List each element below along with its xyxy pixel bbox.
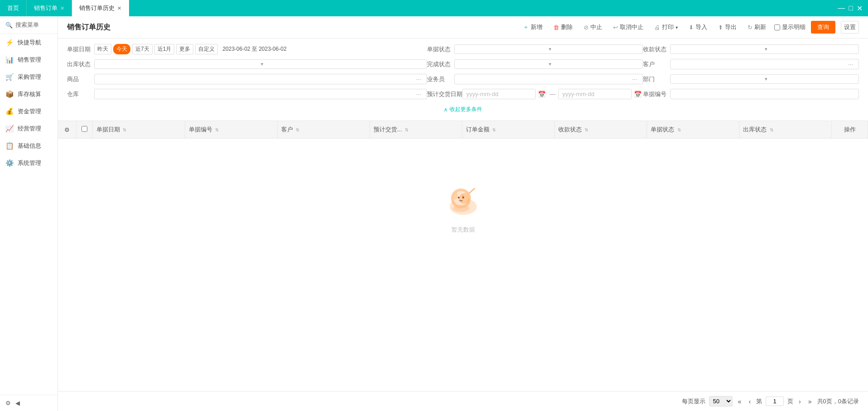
- tab-home[interactable]: 首页: [0, 0, 27, 16]
- collapse-sidebar-icon[interactable]: ◀: [15, 400, 20, 406]
- tab-sales-order[interactable]: 销售订单 ✕: [27, 0, 72, 16]
- date-btn-today[interactable]: 今天: [113, 44, 130, 54]
- pay-status-select[interactable]: ▾: [670, 44, 859, 54]
- calendar-to-icon[interactable]: 📅: [634, 91, 642, 98]
- sidebar-search[interactable]: 🔍 搜索菜单: [0, 16, 58, 34]
- page-size-select[interactable]: 10 20 50 100: [709, 396, 733, 406]
- customer-more-icon[interactable]: ···: [846, 61, 855, 68]
- filter-row-1: 单据日期 昨天 今天 近7天 近1月 更多 自定义 2023-06-02 至 2…: [67, 44, 859, 54]
- query-label: 查询: [817, 23, 829, 31]
- import-button[interactable]: ⬇ 导入: [686, 21, 710, 33]
- th-doc-status[interactable]: 单据状态 ⇅: [647, 121, 739, 139]
- order-no-input[interactable]: [670, 89, 859, 99]
- staff-more-icon[interactable]: ···: [630, 76, 639, 82]
- tab-sales-order-history[interactable]: 销售订单历史 ✕: [72, 0, 129, 16]
- th-pay-status-label: 收款状态: [558, 126, 582, 133]
- window-close-button[interactable]: ✕: [857, 4, 863, 13]
- calendar-from-icon[interactable]: 📅: [538, 91, 546, 98]
- delete-button[interactable]: 🗑 删除: [551, 21, 575, 33]
- filter-row-2: 出库状态 ▾ 完成状态 ▾ 客户: [67, 59, 859, 69]
- date-btn-yesterday[interactable]: 昨天: [94, 44, 111, 54]
- th-customer[interactable]: 客户 ⇅: [277, 121, 369, 139]
- th-amount-label: 订单金额: [466, 126, 489, 133]
- settings-button[interactable]: 设置: [841, 21, 859, 34]
- sidebar-item-inventory[interactable]: 📦 库存核算: [0, 86, 58, 103]
- doc-status-select[interactable]: ▾: [454, 44, 643, 54]
- th-check[interactable]: [76, 121, 92, 139]
- add-button[interactable]: ＋ 新增: [520, 21, 545, 33]
- collapse-label: 收起更多条件: [450, 106, 482, 113]
- customer-field[interactable]: [674, 61, 846, 68]
- sidebar-item-inventory-label: 库存核算: [18, 90, 41, 98]
- date-btn-7days[interactable]: 近7天: [132, 44, 153, 54]
- th-date[interactable]: 单据日期 ⇅: [92, 121, 185, 139]
- date-btn-more[interactable]: 更多: [176, 44, 193, 54]
- warehouse-input[interactable]: ···: [94, 89, 427, 99]
- close-icon[interactable]: ✕: [60, 5, 64, 11]
- first-page-button[interactable]: «: [736, 397, 743, 406]
- th-delivery[interactable]: 预计交货... ⇅: [369, 121, 462, 139]
- th-pay-status[interactable]: 收款状态 ⇅: [554, 121, 647, 139]
- delivery-date-to-field[interactable]: [562, 91, 628, 97]
- order-no-field[interactable]: [674, 91, 855, 97]
- th-no[interactable]: 单据编号 ⇅: [185, 121, 277, 139]
- date-btn-1month[interactable]: 近1月: [154, 44, 175, 54]
- sidebar-item-finance[interactable]: 💰 资金管理: [0, 103, 58, 120]
- date-btn-custom[interactable]: 自定义: [195, 44, 218, 54]
- delivery-date-to[interactable]: [558, 89, 632, 99]
- refresh-button[interactable]: ↻ 刷新: [745, 21, 769, 33]
- th-out-status[interactable]: 出库状态 ⇅: [739, 121, 831, 139]
- goods-input[interactable]: ···: [94, 74, 427, 84]
- select-all-checkbox[interactable]: [82, 126, 87, 132]
- next-page-button[interactable]: ›: [797, 397, 803, 406]
- th-settings[interactable]: ⚙: [58, 121, 76, 139]
- collapse-button[interactable]: ∧ 收起更多条件: [67, 104, 859, 115]
- cancel-stop-label: 取消中止: [620, 23, 643, 31]
- display-detail-checkbox[interactable]: [774, 24, 780, 30]
- doc-status-label: 单据状态: [427, 45, 454, 53]
- display-detail-checkbox-label[interactable]: 显示明细: [774, 23, 806, 31]
- sidebar-item-sys-mgmt[interactable]: ⚙️ 系统管理: [0, 155, 58, 172]
- sidebar-item-purchase-mgmt[interactable]: 🛒 采购管理: [0, 68, 58, 86]
- warehouse-more-icon[interactable]: ···: [414, 91, 423, 97]
- complete-status-arrow: ▾: [549, 61, 639, 67]
- table-settings-icon[interactable]: ⚙: [64, 126, 70, 133]
- filter-doc-status: 单据状态 ▾: [427, 44, 643, 54]
- sidebar-item-quick-nav[interactable]: ⚡ 快捷导航: [0, 34, 58, 51]
- staff-input[interactable]: ···: [454, 74, 643, 84]
- sidebar-item-sales-mgmt[interactable]: 📊 销售管理: [0, 51, 58, 68]
- settings-icon[interactable]: ⚙: [5, 400, 11, 406]
- cancel-stop-button[interactable]: ↩ 取消中止: [610, 21, 646, 33]
- delivery-date-from-field[interactable]: [466, 91, 532, 97]
- th-amount[interactable]: 订单金额 ⇅: [462, 121, 554, 139]
- print-button[interactable]: 🖨 打印 ▾: [652, 21, 681, 33]
- sidebar-item-basic-info[interactable]: 📋 基础信息: [0, 137, 58, 155]
- out-status-select[interactable]: ▾: [94, 59, 427, 69]
- query-button[interactable]: 查询: [811, 21, 835, 34]
- empty-illustration: [436, 175, 490, 220]
- last-page-button[interactable]: »: [806, 397, 814, 406]
- close-icon[interactable]: ✕: [117, 5, 121, 11]
- filter-delivery-date: 预计交货日期 📅 — 📅: [427, 89, 643, 99]
- customer-input[interactable]: ···: [670, 59, 859, 69]
- complete-status-select[interactable]: ▾: [454, 59, 643, 69]
- staff-field[interactable]: [458, 76, 630, 82]
- current-page-input[interactable]: [766, 396, 784, 406]
- goods-field[interactable]: [98, 76, 414, 82]
- export-button[interactable]: ⬆ 导出: [715, 21, 739, 33]
- sidebar-footer: ⚙ ◀: [0, 395, 58, 411]
- maximize-button[interactable]: □: [849, 4, 853, 12]
- date-range-text: 2023-06-02 至 2023-06-02: [222, 45, 286, 53]
- dept-select[interactable]: ▾: [670, 74, 859, 84]
- delete-icon: 🗑: [553, 24, 559, 31]
- sidebar-search-label: 搜索菜单: [15, 21, 39, 29]
- delivery-date-from[interactable]: [462, 89, 536, 99]
- minimize-button[interactable]: —: [838, 4, 845, 12]
- sidebar-item-operations[interactable]: 📈 经营管理: [0, 120, 58, 137]
- sort-amount-icon: ⇅: [492, 127, 496, 132]
- warehouse-field[interactable]: [98, 91, 414, 97]
- prev-page-button[interactable]: ‹: [747, 397, 753, 406]
- goods-more-icon[interactable]: ···: [414, 76, 423, 82]
- stop-button[interactable]: ⊘ 中止: [581, 21, 605, 33]
- date-buttons: 昨天 今天 近7天 近1月 更多 自定义: [94, 44, 218, 54]
